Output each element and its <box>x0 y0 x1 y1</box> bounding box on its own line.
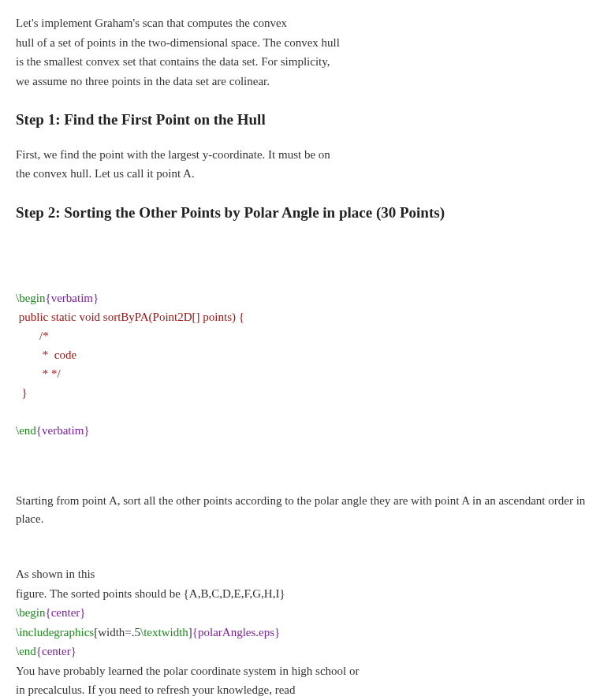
latex-end-arg: {verbatim} <box>36 424 90 437</box>
polar-paragraph: You have probably learned the polar coor… <box>16 662 599 701</box>
code-line: } <box>16 386 28 399</box>
latex-opt: [width=.5 <box>94 626 140 639</box>
center-end: \end{center} <box>16 642 599 661</box>
latex-cmd: \includegraphics <box>16 626 94 639</box>
code-line: /* <box>16 330 49 342</box>
code-line: public static void sortByPA(Point2D[] po… <box>16 311 244 323</box>
step2-heading: Step 2: Sorting the Other Points by Pola… <box>16 202 599 225</box>
latex-begin-arg: {verbatim} <box>46 292 99 304</box>
figure-block: As shown in this figure. The sorted poin… <box>16 565 599 661</box>
center-begin: \begin{center} <box>16 604 599 622</box>
latex-end-cmd: \end <box>16 424 36 437</box>
step1-line: the convex hull. Let us call it point A. <box>16 165 599 183</box>
intro-line: Let's implement Graham's scan that compu… <box>16 14 599 32</box>
intro-line: is the smallest convex set that contains… <box>16 53 599 71</box>
sort-description: Starting from point A, sort all the othe… <box>16 492 599 527</box>
code-line: * */ <box>16 367 61 380</box>
step1-line: First, we find the point with the larges… <box>16 146 599 164</box>
latex-cmd: \textwidth <box>140 626 188 639</box>
intro-line: we assume no three points in the data se… <box>16 73 599 91</box>
latex-arg: {polarAngles.eps} <box>192 626 280 639</box>
latex-arg: {center} <box>46 606 86 619</box>
verbatim-block: \begin{verbatim} public static void sort… <box>16 270 599 440</box>
includegraphics-line: \includegraphics[width=.5\textwidth]{pol… <box>16 624 599 642</box>
intro-paragraph: Let's implement Graham's scan that compu… <box>16 14 599 90</box>
latex-cmd: \begin <box>16 606 46 619</box>
intro-line: hull of a set of points in the two-dimen… <box>16 34 599 52</box>
step1-paragraph: First, we find the point with the larges… <box>16 146 599 183</box>
latex-begin-cmd: \begin <box>16 292 46 304</box>
figure-line: figure. The sorted points should be {A,B… <box>16 585 599 603</box>
code-line: * code <box>16 348 76 361</box>
latex-arg: {center} <box>36 645 76 657</box>
latex-cmd: \end <box>16 645 36 657</box>
polar-line: You have probably learned the polar coor… <box>16 662 599 680</box>
step1-heading: Step 1: Find the First Point on the Hull <box>16 109 599 132</box>
figure-line: As shown in this <box>16 565 599 583</box>
polar-line: in precalculus. If you need to refresh y… <box>16 681 599 699</box>
